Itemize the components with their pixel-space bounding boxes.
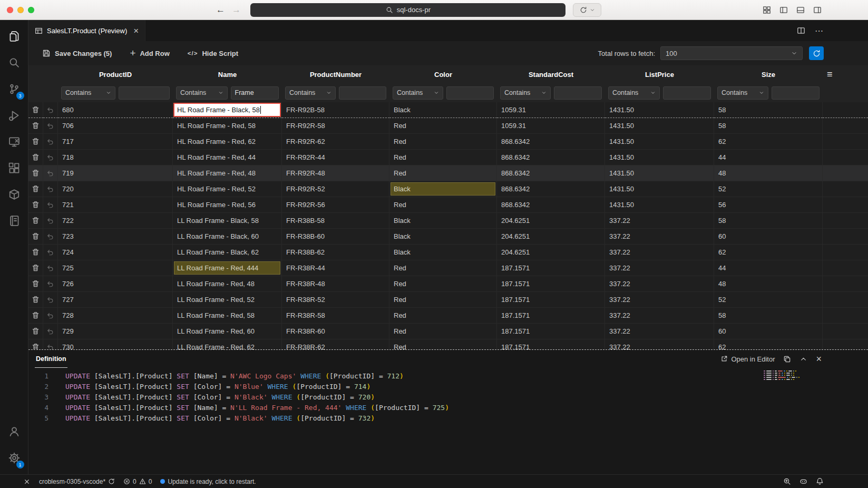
cell-size[interactable]: 48 bbox=[714, 165, 823, 181]
revert-row-button[interactable] bbox=[43, 102, 58, 118]
filter-input-productid[interactable] bbox=[119, 86, 170, 100]
cell-standardcost[interactable]: 204.6251 bbox=[497, 245, 605, 260]
cell-productid[interactable]: 727 bbox=[58, 292, 173, 308]
tab-saleslt-product-preview[interactable]: SalesLT.Product (Preview) × bbox=[28, 20, 145, 41]
cell-productid[interactable]: 722 bbox=[58, 213, 173, 229]
cell-productnumber[interactable]: FR-R92R-44 bbox=[282, 150, 389, 165]
cell-productnumber[interactable]: FR-R38B-58 bbox=[282, 213, 389, 229]
cell-color[interactable]: Red bbox=[389, 324, 497, 339]
cell-productid[interactable]: 719 bbox=[58, 165, 173, 181]
cell-color[interactable]: Black bbox=[389, 181, 497, 197]
cell-size[interactable]: 60 bbox=[714, 229, 823, 245]
revert-row-button[interactable] bbox=[43, 150, 58, 165]
cell-productid[interactable]: 729 bbox=[58, 324, 173, 339]
cell-color[interactable]: Red bbox=[389, 118, 497, 134]
revert-row-button[interactable] bbox=[43, 118, 58, 134]
revert-row-button[interactable] bbox=[43, 308, 58, 324]
activity-source-control[interactable]: 3 bbox=[0, 76, 28, 102]
filter-operator-standardcost[interactable]: Contains bbox=[500, 86, 551, 100]
cell-standardcost[interactable]: 187.1571 bbox=[497, 276, 605, 292]
revert-row-button[interactable] bbox=[43, 260, 58, 276]
column-header-productid[interactable]: ProductID bbox=[58, 65, 173, 83]
cell-name[interactable]: HL Road Frame - Red, 44 bbox=[173, 150, 282, 165]
cell-standardcost[interactable]: 868.6342 bbox=[497, 165, 605, 181]
cell-productnumber[interactable]: FR-R92B-58 bbox=[282, 102, 389, 118]
filter-input-color[interactable] bbox=[446, 86, 494, 100]
close-window-button[interactable] bbox=[7, 7, 13, 13]
revert-row-button[interactable] bbox=[43, 292, 58, 308]
cell-color[interactable]: Red bbox=[389, 134, 497, 150]
command-center-search[interactable]: sql-docs-pr bbox=[250, 3, 565, 17]
cell-color[interactable]: Black bbox=[389, 229, 497, 245]
cell-name[interactable]: HL Road Frame - Red, 62 bbox=[173, 134, 282, 150]
column-header-color[interactable]: Color bbox=[389, 65, 497, 83]
revert-row-button[interactable] bbox=[43, 213, 58, 229]
cell-name[interactable]: HL Road Frame - Red, 58 bbox=[173, 118, 282, 134]
zoom-window-button[interactable] bbox=[28, 7, 34, 13]
zoom-in-icon[interactable] bbox=[783, 477, 791, 485]
toggle-sidebar-icon[interactable] bbox=[779, 6, 788, 14]
revert-row-button[interactable] bbox=[43, 165, 58, 181]
cell-standardcost[interactable]: 204.6251 bbox=[497, 229, 605, 245]
hide-script-button[interactable]: </> Hide Script bbox=[188, 50, 238, 57]
cell-name[interactable]: HL Road Frame - Red, 52 bbox=[173, 181, 282, 197]
cell-standardcost[interactable]: 187.1571 bbox=[497, 324, 605, 339]
cell-productnumber[interactable]: FR-R92R-58 bbox=[282, 118, 389, 134]
cell-listprice[interactable]: 337.22 bbox=[605, 339, 714, 350]
filter-operator-name[interactable]: Contains bbox=[176, 86, 228, 100]
cell-size[interactable]: 52 bbox=[714, 181, 823, 197]
cell-color[interactable]: Red bbox=[389, 197, 497, 213]
cell-productid[interactable]: 726 bbox=[58, 276, 173, 292]
cell-name[interactable]: LL Road Frame - Red, 52 bbox=[173, 292, 282, 308]
copilot-icon[interactable] bbox=[799, 477, 807, 485]
cell-productnumber[interactable]: FR-R38R-44 bbox=[282, 260, 389, 276]
cell-size[interactable]: 58 bbox=[714, 102, 823, 118]
cell-color[interactable]: Red bbox=[389, 260, 497, 276]
cell-size[interactable]: 58 bbox=[714, 213, 823, 229]
cell-standardcost[interactable]: 868.6342 bbox=[497, 181, 605, 197]
close-panel-icon[interactable]: × bbox=[816, 354, 822, 364]
activity-remote-monitor[interactable] bbox=[0, 129, 28, 155]
cell-productnumber[interactable]: FR-R38B-62 bbox=[282, 245, 389, 260]
problems-status[interactable]: 0 0 bbox=[123, 478, 152, 485]
cell-color[interactable]: Red bbox=[389, 292, 497, 308]
cell-standardcost[interactable]: 868.6342 bbox=[497, 134, 605, 150]
revert-row-button[interactable] bbox=[43, 181, 58, 197]
delete-row-button[interactable] bbox=[28, 308, 43, 324]
cell-productnumber[interactable]: FR-R92R-52 bbox=[282, 181, 389, 197]
delete-row-button[interactable] bbox=[28, 102, 43, 118]
cell-productid[interactable]: 725 bbox=[58, 260, 173, 276]
delete-row-button[interactable] bbox=[28, 229, 43, 245]
cell-name[interactable]: LL Road Frame - Red, 62 bbox=[173, 339, 282, 350]
update-ready-status[interactable]: Update is ready, click to restart. bbox=[160, 478, 256, 485]
cell-listprice[interactable]: 337.22 bbox=[605, 229, 714, 245]
revert-row-button[interactable] bbox=[43, 276, 58, 292]
delete-row-button[interactable] bbox=[28, 213, 43, 229]
column-header-size[interactable]: Size bbox=[714, 65, 823, 83]
cell-name[interactable]: LL Road Frame - Red, 58 bbox=[173, 308, 282, 324]
revert-row-button[interactable] bbox=[43, 339, 58, 350]
column-header-name[interactable]: Name bbox=[173, 65, 282, 83]
cell-color[interactable]: Red bbox=[389, 150, 497, 165]
cell-standardcost[interactable]: 1059.31 bbox=[497, 102, 605, 118]
cell-productid[interactable]: 728 bbox=[58, 308, 173, 324]
cell-productnumber[interactable]: FR-R38R-52 bbox=[282, 292, 389, 308]
split-editor-icon[interactable] bbox=[797, 26, 805, 35]
column-header-listprice[interactable]: ListPrice bbox=[605, 65, 714, 83]
cell-size[interactable]: 58 bbox=[714, 308, 823, 324]
column-header-productnumber[interactable]: ProductNumber bbox=[282, 65, 389, 83]
filter-input-listprice[interactable] bbox=[663, 86, 711, 100]
cell-productnumber[interactable]: FR-R38R-48 bbox=[282, 276, 389, 292]
filter-input-productnumber[interactable] bbox=[339, 86, 386, 100]
cell-size[interactable]: 58 bbox=[714, 118, 823, 134]
cell-size[interactable]: 62 bbox=[714, 245, 823, 260]
cell-listprice[interactable]: 1431.50 bbox=[605, 150, 714, 165]
cell-productid[interactable]: 680 bbox=[58, 102, 173, 118]
cell-standardcost[interactable]: 868.6342 bbox=[497, 197, 605, 213]
cell-listprice[interactable]: 337.22 bbox=[605, 245, 714, 260]
filter-operator-size[interactable]: Contains bbox=[717, 86, 768, 100]
cell-productid[interactable]: 723 bbox=[58, 229, 173, 245]
cell-name[interactable]: HL Road Frame - Black, 58 bbox=[173, 102, 282, 118]
cell-productnumber[interactable]: FR-R38R-60 bbox=[282, 324, 389, 339]
cell-color[interactable]: Red bbox=[389, 276, 497, 292]
